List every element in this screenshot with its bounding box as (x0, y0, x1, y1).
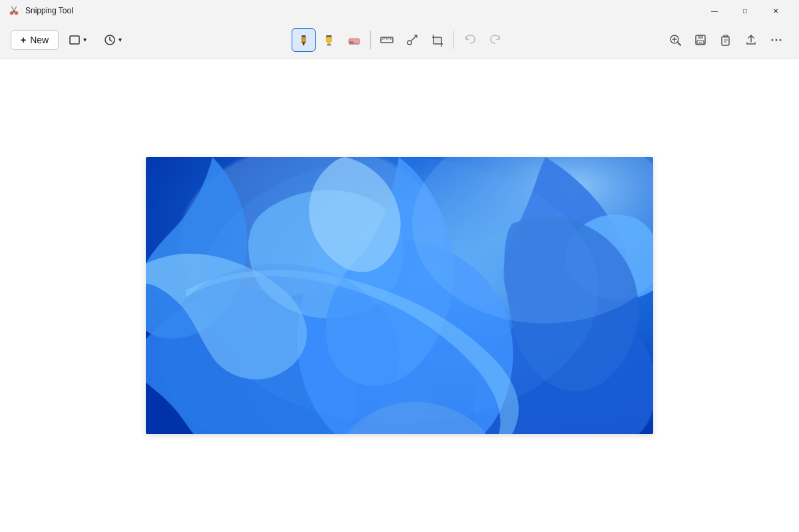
redo-icon (489, 33, 502, 47)
toolbar-right (663, 28, 788, 52)
svg-point-47 (779, 39, 781, 41)
center-tools (292, 28, 507, 52)
touch-writing-button[interactable] (400, 28, 424, 52)
pen-button[interactable] (292, 28, 316, 52)
touch-icon (405, 33, 419, 47)
svg-line-35 (678, 43, 680, 45)
main-content (0, 59, 799, 532)
undo-button[interactable] (458, 28, 482, 52)
separator-1 (370, 31, 371, 49)
zoom-in-icon (668, 33, 682, 47)
clipboard-icon (719, 33, 732, 47)
share-button[interactable] (739, 28, 763, 52)
svg-rect-12 (302, 35, 306, 37)
svg-marker-14 (326, 37, 332, 45)
minimize-button[interactable]: — (699, 0, 730, 21)
svg-point-46 (775, 39, 777, 41)
save-button[interactable] (688, 28, 712, 52)
svg-point-45 (771, 39, 773, 41)
app-title: Snipping Tool (25, 6, 73, 15)
screenshot-container (146, 157, 653, 434)
toolbar: + New ▾ ▾ (0, 21, 799, 59)
eraser-button[interactable] (342, 28, 366, 52)
separator-2 (453, 31, 454, 49)
undo-icon (463, 33, 477, 47)
svg-marker-13 (303, 44, 305, 46)
ruler-button[interactable] (375, 28, 399, 52)
ruler-icon (380, 33, 394, 47)
svg-rect-18 (349, 41, 354, 44)
maximize-button[interactable]: □ (730, 0, 760, 21)
svg-rect-16 (326, 35, 332, 37)
redo-button[interactable] (483, 28, 507, 52)
new-label: New (30, 35, 49, 45)
crop-icon (430, 33, 445, 47)
save-icon (694, 33, 707, 47)
svg-rect-40 (722, 37, 729, 45)
copy-clipboard-button[interactable] (714, 28, 738, 52)
delay-button[interactable]: ▾ (97, 29, 129, 51)
clock-icon (104, 34, 116, 46)
zoom-in-button[interactable] (663, 28, 687, 52)
title-bar-controls: — □ ✕ (699, 0, 791, 21)
close-button[interactable]: ✕ (760, 0, 791, 21)
eraser-icon (347, 33, 362, 47)
chevron-down-icon-delay: ▾ (119, 36, 122, 43)
svg-line-9 (110, 40, 112, 41)
chevron-down-icon: ▾ (83, 36, 87, 43)
svg-rect-15 (327, 44, 331, 46)
svg-rect-6 (70, 36, 79, 44)
wallpaper-image (146, 157, 653, 434)
rectangle-snip-icon (69, 34, 81, 46)
highlighter-icon (322, 33, 336, 47)
pen-icon (296, 33, 311, 47)
new-icon: + (21, 35, 26, 45)
more-options-icon (770, 33, 783, 47)
title-bar-left: Snipping Tool (8, 5, 73, 17)
crop-button[interactable] (425, 28, 449, 52)
share-icon (744, 33, 758, 47)
svg-point-26 (407, 41, 411, 45)
svg-rect-37 (698, 35, 703, 39)
title-bar: Snipping Tool — □ ✕ (0, 0, 799, 21)
new-snip-button[interactable]: + New (11, 30, 59, 50)
snip-mode-button[interactable]: ▾ (61, 29, 94, 51)
app-icon (8, 5, 20, 17)
highlighter-button[interactable] (317, 28, 341, 52)
toolbar-left: + New ▾ ▾ (11, 29, 129, 51)
svg-rect-31 (433, 37, 441, 44)
more-options-button[interactable] (764, 28, 788, 52)
